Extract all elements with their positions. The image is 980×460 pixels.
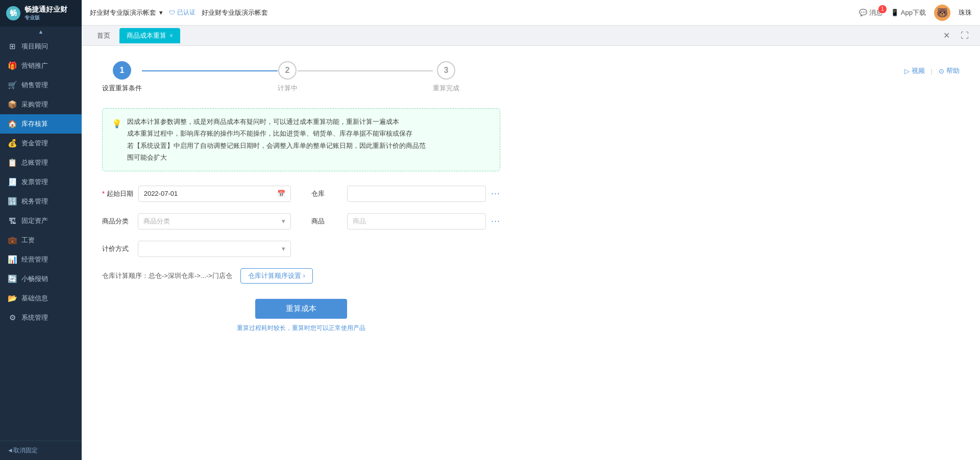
- app-name: 畅捷通好业财: [24, 5, 67, 14]
- sidebar-item-expense[interactable]: 🔄 小畅报销: [0, 269, 82, 289]
- pricing-select[interactable]: ▾: [138, 241, 291, 257]
- form-group-goods: 商品 商品 ···: [311, 213, 500, 229]
- sidebar-item-basic[interactable]: 📂 基础信息: [0, 289, 82, 308]
- notice-content: 因成本计算参数调整，或是对商品成本有疑问时，可以通过成本重算功能，重新计算一遍成…: [127, 116, 426, 164]
- step-3: 3 重算完成: [433, 61, 459, 93]
- username-label[interactable]: 珠珠: [959, 8, 972, 17]
- warehouse-input[interactable]: [347, 186, 486, 202]
- sidebar-item-label: 资金管理: [21, 139, 48, 148]
- video-help-button[interactable]: ▷ 视频: [904, 66, 925, 75]
- form-row-1: 起始日期 2022-07-01 📅 仓库 ···: [102, 186, 500, 202]
- sidebar-item-label: 库存核算: [21, 119, 48, 129]
- step-2-number: 2: [285, 66, 290, 75]
- user-avatar[interactable]: 🐻: [934, 5, 950, 21]
- pricing-label: 计价方式: [102, 244, 133, 253]
- sidebar-scroll-up[interactable]: ▲: [0, 27, 82, 37]
- sidebar-item-assets[interactable]: 🏗 固定资产: [0, 211, 82, 231]
- topbar-actions: 💬 消息 1 📱 App下载 🐻 珠珠: [859, 5, 972, 21]
- shield-icon: 🛡: [169, 9, 175, 16]
- sidebar-item-tax[interactable]: 🔢 税务管理: [0, 192, 82, 211]
- project-icon: ⊞: [7, 42, 17, 51]
- tab-close-button[interactable]: ×: [169, 32, 173, 39]
- sidebar-item-label: 税务管理: [21, 197, 48, 206]
- form-row-2: 商品分类 商品分类 ▾ 商品 商品 ···: [102, 213, 500, 229]
- step-2-label: 计算中: [278, 84, 298, 93]
- start-date-value: 2022-07-01: [144, 190, 274, 197]
- notice-line-4: 围可能会扩大: [127, 151, 426, 163]
- message-icon: 💬: [859, 9, 867, 16]
- warehouse-dots-button[interactable]: ···: [491, 188, 500, 199]
- help-circle-icon: ⊙: [939, 67, 944, 75]
- step-2: 2 计算中: [278, 61, 298, 93]
- category-select[interactable]: 商品分类 ▾: [138, 213, 291, 229]
- system-icon: ⚙: [7, 313, 17, 322]
- sidebar-item-label: 基础信息: [21, 294, 48, 303]
- expand-panel-button[interactable]: ⛶: [958, 29, 972, 43]
- start-date-input[interactable]: 2022-07-01 📅: [138, 186, 291, 202]
- goods-label: 商品: [311, 217, 342, 226]
- sidebar-item-label: 销售管理: [21, 81, 48, 90]
- account-arrow-icon: ▾: [159, 9, 163, 16]
- notification-badge: 1: [878, 5, 887, 13]
- category-arrow-icon: ▾: [282, 217, 285, 225]
- step-1: 1 设置重算条件: [102, 61, 142, 93]
- sidebar-item-sales[interactable]: 🛒 销售管理: [0, 75, 82, 95]
- sidebar-item-inventory[interactable]: 🏠 库存核算: [0, 114, 82, 134]
- tax-icon: 🔢: [7, 197, 17, 206]
- recalculate-button[interactable]: 重算成本: [255, 299, 347, 319]
- app-download-button[interactable]: 📱 App下载: [891, 8, 926, 17]
- sidebar-item-project[interactable]: ⊞ 项目顾问: [0, 37, 82, 56]
- sidebar-header: 畅 畅捷通好业财 专业版: [0, 0, 82, 27]
- sidebar-item-invoice[interactable]: 🧾 发票管理: [0, 172, 82, 192]
- marketing-icon: 🎁: [7, 61, 17, 70]
- goods-dots-button[interactable]: ···: [491, 216, 500, 226]
- form-group-category: 商品分类 商品分类 ▾: [102, 213, 291, 229]
- sidebar-item-marketing[interactable]: 🎁 营销推广: [0, 56, 82, 75]
- sidebar-item-purchase[interactable]: 📦 采购管理: [0, 95, 82, 114]
- main-wrapper: 好业财专业版演示帐套 ▾ 🛡 已认证 好业财专业版演示帐套 💬 消息 1 📱 A…: [82, 0, 980, 460]
- step-1-label: 设置重算条件: [102, 84, 142, 93]
- close-panel-button[interactable]: ✕: [939, 29, 953, 43]
- tab-cost-recalc[interactable]: 商品成本重算 ×: [119, 28, 180, 43]
- sidebar-item-label: 营销推广: [21, 61, 48, 70]
- sidebar-item-label: 系统管理: [21, 313, 48, 322]
- stepper: 1 设置重算条件 2 计算中 3: [102, 61, 459, 93]
- form-group-warehouse: 仓库 ···: [311, 186, 500, 202]
- helper-divider: |: [931, 67, 933, 75]
- notice-box: 💡 因成本计算参数调整，或是对商品成本有疑问时，可以通过成本重算功能，重新计算一…: [102, 108, 500, 171]
- sidebar-item-label: 发票管理: [21, 177, 48, 187]
- warehouse-label: 仓库: [311, 189, 342, 198]
- sidebar-item-finance[interactable]: 💰 资金管理: [0, 134, 82, 153]
- pricing-arrow-icon: ▾: [282, 245, 285, 252]
- sidebar-item-label: 工资: [21, 236, 35, 245]
- notice-line-2: 成本重算过程中，影响库存账的操作均不能操作，比如进货单、销货单、库存单据不能审核…: [127, 127, 426, 139]
- sidebar-unpin-button[interactable]: ◄取消固定: [0, 441, 82, 460]
- form-section: 起始日期 2022-07-01 📅 仓库 ··· 商品分类: [102, 186, 500, 333]
- submit-hint: 重算过程耗时较长，重算时您可以正常使用产品: [237, 324, 365, 331]
- sidebar-item-label: 项目顾问: [21, 42, 48, 51]
- tab-home[interactable]: 首页: [90, 28, 117, 43]
- step-3-circle: 3: [437, 61, 455, 80]
- sidebar-item-salary[interactable]: 💼 工资: [0, 231, 82, 250]
- category-label: 商品分类: [102, 217, 133, 226]
- basic-icon: 📂: [7, 294, 17, 303]
- video-icon: ▷: [904, 67, 910, 75]
- calc-order-settings-button[interactable]: 仓库计算顺序设置 ›: [240, 268, 313, 284]
- calc-order-btn-label: 仓库计算顺序设置: [248, 271, 301, 280]
- calc-order-arrow-icon: ›: [303, 272, 305, 279]
- verified-label: 已认证: [177, 8, 195, 17]
- message-button[interactable]: 💬 消息 1: [859, 8, 883, 17]
- sidebar-item-system[interactable]: ⚙ 系统管理: [0, 308, 82, 327]
- app-logo-icon: 畅: [6, 6, 20, 20]
- step-line-1: [142, 70, 278, 71]
- sidebar-item-operations[interactable]: 📊 经营管理: [0, 250, 82, 269]
- account-name: 好业财专业版演示帐套: [90, 8, 156, 17]
- form-row-3: 计价方式 ▾: [102, 241, 500, 257]
- account-selector[interactable]: 好业财专业版演示帐套 ▾: [90, 8, 163, 17]
- goods-input[interactable]: 商品: [347, 213, 486, 229]
- sidebar-item-accounting[interactable]: 📋 总账管理: [0, 153, 82, 172]
- calendar-icon[interactable]: 📅: [277, 190, 285, 197]
- sidebar: 畅 畅捷通好业财 专业版 ▲ ⊞ 项目顾问 🎁 营销推广 🛒 销售管理 📦 采购…: [0, 0, 82, 460]
- help-button[interactable]: ⊙ 帮助: [939, 66, 960, 75]
- sales-icon: 🛒: [7, 81, 17, 90]
